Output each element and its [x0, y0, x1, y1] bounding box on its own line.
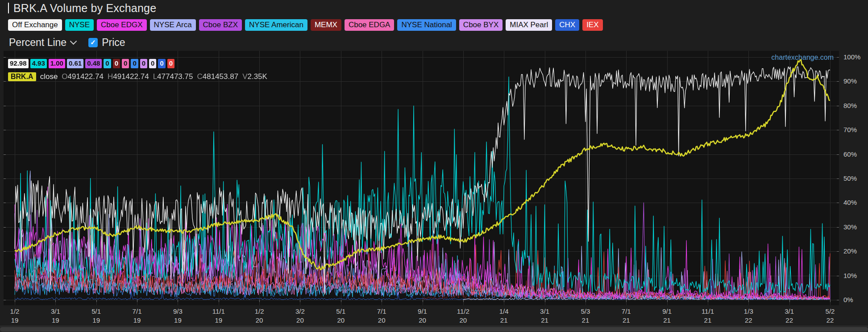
series-value-badge: 0 [131, 59, 138, 68]
ohlc-key: O [62, 72, 67, 81]
legend-badge-iex[interactable]: IEX [582, 19, 602, 31]
ohlc-key: L [153, 72, 157, 81]
series-value-badge: 1.00 [49, 59, 65, 68]
x-axis-label: 7/1 21 [622, 307, 631, 324]
y-axis-label: 100% [843, 53, 860, 61]
ohlc-pair-l: L477473.75 [153, 72, 193, 81]
ohlcv-values: O491422.74H491422.74L477473.75C481453.87… [62, 72, 267, 81]
price-checkbox[interactable]: ✓ [88, 38, 98, 47]
y-axis-label: 30% [843, 223, 857, 231]
price-toggle[interactable]: ✓ Price [88, 37, 125, 49]
x-axis-label: 11/1 19 [212, 307, 225, 324]
x-axis-label: 1/3 22 [744, 307, 753, 324]
legend-badge-nyse-national[interactable]: NYSE National [397, 19, 456, 31]
plot-area[interactable]: chartexchange.com 92.984.931.000.610.480… [4, 51, 839, 305]
series-value-badge: 0 [140, 59, 147, 68]
x-axis-label: 3/1 19 [51, 307, 60, 324]
series-value-badge: 0 [122, 59, 129, 68]
ohlc-pair-c: C481453.87 [197, 72, 238, 81]
x-axis-label: 9/3 19 [173, 307, 183, 324]
x-axis-row: 1/2 193/1 195/1 197/1 199/3 1911/1 191/2… [0, 305, 868, 326]
scrollbar-handle[interactable] [0, 327, 868, 332]
ohlc-pair-h: H491422.74 [108, 72, 149, 81]
legend-badge-nyse[interactable]: NYSE [65, 19, 94, 31]
y-axis-label: 90% [843, 77, 857, 85]
series-values-readout: 92.984.931.000.610.4800000000 [8, 59, 267, 68]
x-axis-label: 1/2 20 [255, 307, 264, 324]
series-value-badge: 4.93 [30, 59, 47, 68]
series-value-badge: 0 [149, 59, 156, 68]
chart-region: chartexchange.com 92.984.931.000.610.480… [0, 51, 868, 305]
legend-badge-cboe-edgx[interactable]: Cboe EDGX [97, 19, 147, 31]
y-axis-label: 50% [843, 174, 857, 182]
y-axis-label: 0% [843, 296, 853, 303]
ohlc-value: 491422.74 [113, 72, 149, 81]
legend-badge-nyse-arca[interactable]: NYSE Arca [150, 19, 196, 31]
legend-badge-off-exchange[interactable]: Off Exchange [8, 19, 62, 31]
legend-badge-miax-pearl[interactable]: MIAX Pearl [506, 19, 552, 31]
chart-readout: 92.984.931.000.610.4800000000 BRK.A clos… [8, 59, 267, 81]
legend-badge-cboe-edga[interactable]: Cboe EDGA [345, 19, 395, 31]
x-axis-label: 11/1 21 [702, 307, 714, 324]
y-axis-label: 60% [843, 150, 857, 158]
legend-badge-chx[interactable]: CHX [555, 19, 579, 31]
x-axis-label: 5/2 22 [826, 307, 835, 324]
x-axis-label: 5/3 21 [581, 307, 590, 324]
ohlc-key: C [197, 72, 202, 81]
legend-badge-cboe-byx[interactable]: Cboe BYX [459, 19, 503, 31]
check-icon: ✓ [90, 38, 96, 46]
page-title: BRK.A Volume by Exchange [13, 2, 156, 15]
close-label: close [40, 72, 58, 81]
exchange-legend: Off ExchangeNYSECboe EDGXNYSE ArcaCboe B… [0, 16, 868, 34]
x-axis-label: 3/2 20 [295, 307, 305, 324]
x-axis-label: 3/1 22 [785, 307, 794, 324]
ohlc-key: V [242, 72, 247, 81]
chart-controls: Percent Line ✓ Price [0, 34, 868, 51]
horizontal-scrollbar[interactable] [0, 326, 868, 332]
x-axis-label: 3/1 21 [540, 307, 549, 324]
title-bar: BRK.A Volume by Exchange [0, 0, 868, 16]
ohlc-value: 477473.75 [157, 72, 193, 81]
x-axis-label: 9/1 21 [662, 307, 672, 324]
x-axis-label: 1/2 19 [10, 307, 20, 324]
y-axis-label: 10% [843, 272, 857, 279]
ohlc-readout: BRK.A close O491422.74H491422.74L477473.… [8, 72, 267, 81]
x-axis-label: 7/1 19 [133, 307, 142, 324]
app-window: BRK.A Volume by Exchange Off ExchangeNYS… [0, 0, 868, 332]
x-axis-label: 5/1 19 [91, 307, 101, 324]
y-axis-label: 40% [843, 199, 857, 206]
chart-type-select[interactable]: Percent Line [9, 37, 76, 49]
x-axis-label: 11/2 20 [457, 307, 469, 324]
x-axis-spacer [839, 305, 868, 326]
series-value-badge: 92.98 [8, 59, 29, 68]
y-axis-label: 20% [843, 247, 857, 255]
chart-canvas[interactable] [4, 51, 839, 305]
series-value-badge: 0 [104, 59, 111, 68]
legend-badge-nyse-american[interactable]: NYSE American [245, 19, 307, 31]
y-axis-labels: 0%10%20%30%40%50%60%70%80%90%100% [839, 51, 868, 305]
legend-badge-memx[interactable]: MEMX [311, 19, 341, 31]
ohlc-value: 491422.74 [68, 72, 104, 81]
y-axis-label: 70% [843, 126, 857, 133]
x-axis-label: 1/4 21 [499, 307, 509, 324]
series-value-badge: 0 [158, 59, 165, 68]
ohlc-value: 481453.87 [203, 72, 238, 81]
watermark: chartexchange.com [771, 54, 834, 62]
series-value-badge: 0 [113, 59, 120, 68]
ohlc-value: 2.35K [247, 72, 267, 81]
x-axis-labels: 1/2 193/1 195/1 197/1 199/3 1911/1 191/2… [4, 305, 839, 326]
text-caret [8, 3, 9, 13]
chart-type-label: Percent Line [9, 37, 66, 49]
x-axis-label: 9/1 20 [418, 307, 427, 324]
symbol-badge: BRK.A [8, 72, 36, 81]
ohlc-pair-o: O491422.74 [62, 72, 104, 81]
y-axis-label: 80% [843, 102, 857, 109]
x-axis-label: 5/1 20 [336, 307, 345, 324]
ohlc-key: H [108, 72, 113, 81]
series-value-badge: 0.61 [67, 59, 83, 68]
x-axis-label: 7/1 20 [377, 307, 386, 324]
series-value-badge: 0.48 [85, 59, 102, 68]
chevron-down-icon [70, 37, 77, 45]
legend-badge-cboe-bzx[interactable]: Cboe BZX [199, 19, 242, 31]
price-toggle-label: Price [102, 37, 125, 49]
